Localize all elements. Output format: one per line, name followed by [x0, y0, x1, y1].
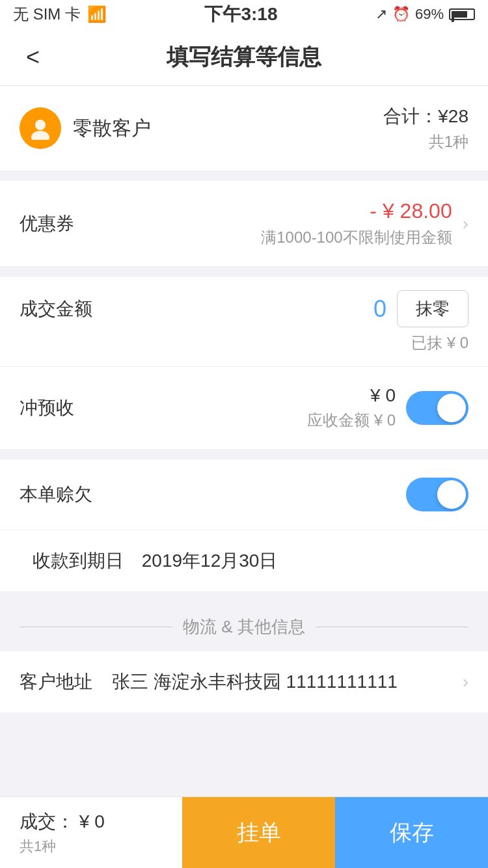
customer-row: 零散客户 合计：¥28 共1种 — [0, 86, 488, 170]
nav-bar: < 填写结算等信息 — [0, 29, 488, 86]
address-chevron-icon: › — [463, 671, 468, 692]
location-icon: ↗ — [375, 6, 387, 23]
svg-point-1 — [31, 131, 49, 140]
coupon-right: - ¥ 28.00 满1000-100不限制使用金额 › — [261, 199, 468, 248]
debt-row: 本单赊欠 — [0, 459, 488, 530]
debt-label: 本单赊欠 — [20, 482, 92, 507]
coupon-label: 优惠券 — [20, 211, 74, 236]
chevron-right-icon: › — [463, 213, 468, 234]
customer-total: 合计：¥28 — [383, 104, 468, 129]
prepay-toggle[interactable] — [406, 391, 468, 425]
address-value: 张三 海淀永丰科技园 11111111111 — [112, 670, 463, 694]
due-date-value: 2019年12月30日 — [142, 550, 278, 571]
deal-amount-input-area: 0 抹零 — [347, 290, 468, 327]
logistics-header: 物流 & 其他信息 — [0, 603, 488, 651]
bottom-summary: 成交： ¥ 0 共1种 — [0, 809, 182, 856]
prepay-right: ¥ 0 应收金额 ¥ 0 — [307, 385, 468, 431]
debt-section: 本单赊欠 收款到期日 2019年12月30日 — [0, 459, 488, 592]
due-date-row: 收款到期日 2019年12月30日 — [0, 530, 488, 592]
carrier-label: 无 SIM 卡 — [13, 4, 81, 25]
customer-name: 零散客户 — [73, 115, 151, 142]
customer-left: 零散客户 — [20, 107, 151, 149]
coupon-discount: - ¥ 28.00 — [261, 199, 452, 223]
logistics-label: 物流 & 其他信息 — [183, 616, 305, 638]
bottom-count: 共1种 — [20, 837, 163, 856]
page-title: 填写结算等信息 — [167, 42, 321, 72]
round-button[interactable]: 抹零 — [397, 290, 468, 327]
prepay-label: 冲预收 — [20, 396, 74, 420]
prepay-row: 冲预收 ¥ 0 应收金额 ¥ 0 — [0, 367, 488, 449]
status-time: 下午3:18 — [204, 2, 277, 27]
coupon-desc: 满1000-100不限制使用金额 — [261, 227, 452, 248]
customer-count: 共1种 — [383, 131, 468, 152]
coupon-row[interactable]: 优惠券 - ¥ 28.00 满1000-100不限制使用金额 › — [0, 181, 488, 267]
status-bar: 无 SIM 卡 📶 下午3:18 ↗ ⏰ 69% — [0, 0, 488, 29]
battery-icon — [449, 8, 475, 20]
status-left: 无 SIM 卡 📶 — [13, 4, 107, 25]
deal-amount-sub: 已抹 ¥ 0 — [20, 332, 468, 353]
address-row[interactable]: 客户地址 张三 海淀永丰科技园 11111111111 › — [0, 651, 488, 712]
address-section: 客户地址 张三 海淀永丰科技园 11111111111 › — [0, 651, 488, 712]
bottom-deal-label: 成交： — [20, 811, 74, 832]
bottom-deal-value: ¥ 0 — [79, 811, 105, 832]
deal-amount-row: 成交金额 0 抹零 已抹 ¥ 0 — [0, 277, 488, 367]
deal-amount-main: 成交金额 0 抹零 — [20, 290, 468, 327]
back-button[interactable]: < — [20, 37, 46, 77]
save-button[interactable]: 保存 — [335, 797, 488, 868]
customer-summary: 合计：¥28 共1种 — [383, 104, 468, 152]
prepay-value: ¥ 0 — [307, 385, 396, 406]
prepay-toggle-knob — [437, 394, 466, 422]
prepay-sub: 应收金额 ¥ 0 — [307, 410, 396, 431]
deal-amount-label: 成交金额 — [20, 297, 92, 321]
hang-button[interactable]: 挂单 — [182, 797, 335, 868]
wifi-icon: 📶 — [87, 5, 107, 23]
coupon-section[interactable]: 优惠券 - ¥ 28.00 满1000-100不限制使用金额 › — [0, 181, 488, 267]
due-date-label: 收款到期日 — [33, 550, 124, 571]
alarm-icon: ⏰ — [392, 6, 410, 23]
bottom-deal-row: 成交： ¥ 0 — [20, 809, 163, 834]
battery-label: 69% — [415, 6, 444, 23]
main-content: 零散客户 合计：¥28 共1种 优惠券 - ¥ 28.00 满1000-100不… — [0, 86, 488, 868]
deal-amount-value[interactable]: 0 — [347, 295, 386, 323]
bottom-bar: 成交： ¥ 0 共1种 挂单 保存 — [0, 796, 488, 868]
debt-toggle-knob — [437, 480, 466, 509]
deal-amount-section: 成交金额 0 抹零 已抹 ¥ 0 冲预收 ¥ 0 应收金额 ¥ 0 — [0, 277, 488, 449]
svg-point-0 — [35, 120, 46, 130]
debt-right — [406, 478, 468, 511]
status-right: ↗ ⏰ 69% — [375, 6, 475, 23]
avatar — [20, 107, 61, 149]
debt-toggle[interactable] — [406, 478, 468, 511]
address-label: 客户地址 — [20, 670, 92, 694]
